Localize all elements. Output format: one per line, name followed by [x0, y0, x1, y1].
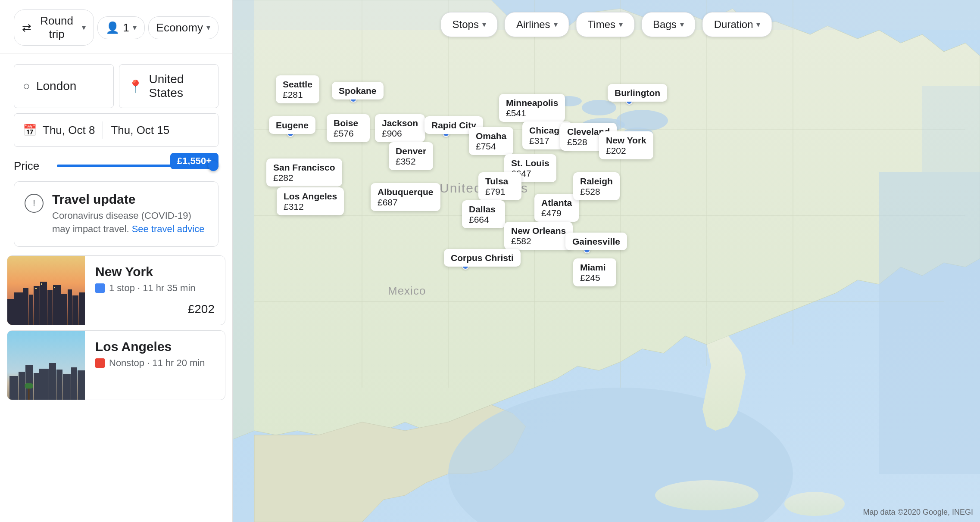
- map-label[interactable]: Seattle£281: [276, 75, 319, 103]
- map-label-city: San Francisco: [273, 162, 335, 173]
- duration-filter-button[interactable]: Duration ▾: [702, 12, 772, 37]
- map-label-city: Boise: [334, 118, 358, 128]
- svg-point-32: [582, 100, 616, 115]
- alert-icon: !: [25, 194, 44, 213]
- svg-rect-23: [56, 370, 62, 400]
- chevron-down-icon: ▾: [619, 20, 623, 29]
- map-label[interactable]: Dallas£664: [462, 200, 505, 228]
- date-divider: [103, 121, 103, 139]
- svg-rect-7: [47, 290, 53, 325]
- map-label[interactable]: Atlanta£479: [534, 194, 579, 222]
- map-label[interactable]: Burlington: [608, 84, 667, 102]
- map-label-city: Seattle: [283, 79, 312, 90]
- newyork-image: [7, 256, 85, 325]
- svg-rect-3: [23, 288, 28, 325]
- la-city: Los Angeles: [95, 339, 215, 354]
- svg-rect-17: [9, 376, 18, 400]
- cabin-class-button[interactable]: Economy ▾: [148, 16, 218, 39]
- swap-icon: ⇄: [22, 21, 31, 34]
- map-label-city: Chicago: [529, 125, 565, 136]
- airline-icon-la: [95, 358, 105, 368]
- origin-field[interactable]: ○ London: [14, 64, 114, 108]
- calendar-icon: 📅: [23, 124, 37, 137]
- map-label[interactable]: New York£202: [599, 131, 653, 159]
- map-label-price: £352: [396, 156, 416, 167]
- map-label-price: £582: [511, 236, 531, 246]
- map-panel: Stops ▾ Airlines ▾ Times ▾ Bags ▾ Durati…: [233, 0, 980, 522]
- newyork-price: £202: [188, 302, 215, 316]
- travel-advice-link[interactable]: See travel advice: [132, 224, 205, 234]
- chevron-down-icon: ▾: [756, 20, 760, 29]
- map-label-price: £317: [529, 136, 549, 146]
- map-label[interactable]: San Francisco£282: [266, 158, 342, 186]
- map-label-city: Los Angeles: [284, 191, 337, 202]
- newyork-stops: 1 stop · 11 hr 35 min: [109, 283, 196, 294]
- bags-filter-button[interactable]: Bags ▾: [641, 12, 696, 37]
- svg-rect-47: [922, 86, 980, 172]
- passengers-button[interactable]: 👤 1 ▾: [97, 16, 144, 39]
- date-end-value: Thu, Oct 15: [111, 124, 169, 137]
- map-label[interactable]: New Orleans£582: [504, 222, 573, 250]
- price-slider-thumb[interactable]: [208, 161, 218, 171]
- newyork-card-info: New York 1 stop · 11 hr 35 min £202: [85, 256, 225, 325]
- times-filter-button[interactable]: Times ▾: [576, 12, 634, 37]
- map-label[interactable]: Eugene: [269, 116, 315, 134]
- map-label[interactable]: Miami£245: [573, 258, 616, 286]
- stops-filter-button[interactable]: Stops ▾: [441, 12, 498, 37]
- left-panel: ⇄ Round trip ▾ 👤 1 ▾ Economy ▾ ○ London …: [0, 0, 233, 522]
- svg-rect-12: [79, 292, 85, 325]
- map-label-price: £528: [580, 186, 600, 197]
- origin-icon: ○: [23, 79, 30, 93]
- date-start-field[interactable]: 📅 Thu, Oct 8 Thu, Oct 15: [14, 113, 218, 147]
- map-label[interactable]: Spokane: [332, 82, 384, 99]
- svg-rect-10: [68, 289, 72, 325]
- travel-update-body: Coronavirus disease (COVID-19) may impac…: [52, 209, 208, 236]
- svg-rect-46: [879, 172, 980, 474]
- map-label[interactable]: Raleigh£528: [573, 172, 620, 200]
- svg-rect-15: [35, 288, 37, 289]
- date-row: 📅 Thu, Oct 8 Thu, Oct 15: [14, 113, 218, 147]
- map-label[interactable]: Gainesville: [565, 233, 627, 250]
- newyork-city: New York: [95, 264, 215, 279]
- svg-rect-6: [40, 282, 47, 325]
- map-label-city: Jackson: [382, 118, 418, 128]
- passengers-label: 1: [123, 21, 129, 34]
- times-label: Times: [588, 19, 615, 31]
- la-stops: Nonstop · 11 hr 20 min: [109, 357, 205, 369]
- map-label[interactable]: Omaha£754: [469, 127, 513, 155]
- svg-rect-24: [63, 374, 71, 400]
- airlines-filter-button[interactable]: Airlines ▾: [505, 12, 569, 37]
- flight-card-newyork[interactable]: New York 1 stop · 11 hr 35 min £202: [7, 255, 225, 325]
- map-attribution: Map data ©2020 Google, INEGI: [863, 508, 973, 517]
- travel-update-title: Travel update: [52, 192, 208, 207]
- map-label-city: Burlington: [615, 87, 660, 98]
- map-label[interactable]: Jackson£906: [375, 114, 425, 142]
- map-label-city: Corpus Christi: [451, 252, 514, 263]
- date-start-value: Thu, Oct 8: [43, 124, 95, 137]
- price-slider-container: £1,550+: [57, 157, 218, 174]
- top-bar: ⇄ Round trip ▾ 👤 1 ▾ Economy ▾: [0, 0, 232, 54]
- flight-card-la[interactable]: Los Angeles Nonstop · 11 hr 20 min: [7, 330, 225, 400]
- map-label-city: Denver: [396, 146, 426, 156]
- map-label[interactable]: Denver£352: [389, 142, 433, 170]
- svg-rect-4: [29, 295, 33, 325]
- chevron-down-icon: ▾: [554, 20, 558, 29]
- round-trip-button[interactable]: ⇄ Round trip ▾: [14, 9, 94, 46]
- svg-rect-21: [39, 369, 49, 400]
- map-label-price: £791: [485, 186, 506, 197]
- search-fields: ○ London 📍 United States 📅 Thu, Oct 8 Th…: [0, 54, 232, 154]
- destination-field[interactable]: 📍 United States: [119, 64, 219, 108]
- price-slider-track[interactable]: [57, 165, 218, 167]
- map-label[interactable]: Corpus Christi: [444, 249, 521, 267]
- map-label[interactable]: Boise£576: [327, 114, 370, 142]
- svg-rect-1: [7, 299, 14, 325]
- location-row: ○ London 📍 United States: [14, 64, 218, 108]
- map-label[interactable]: Los Angeles£312: [277, 187, 344, 215]
- map-label[interactable]: Tulsa£791: [478, 172, 521, 200]
- map-label-city: Omaha: [476, 130, 506, 141]
- map-label[interactable]: Albuquerque£687: [371, 183, 440, 211]
- map-label-city: Tulsa: [485, 176, 508, 186]
- svg-point-50: [784, 492, 845, 516]
- la-card-info: Los Angeles Nonstop · 11 hr 20 min: [85, 331, 225, 400]
- map-label[interactable]: Minneapolis£541: [499, 94, 565, 122]
